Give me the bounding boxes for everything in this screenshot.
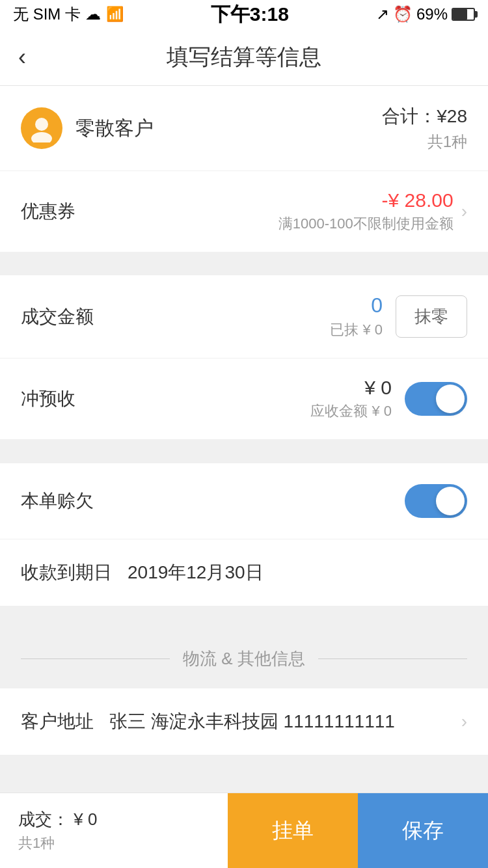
transaction-amount-value-group: 0 已抹 ¥ 0 [330,293,383,340]
credit-card: 本单赊欠 收款到期日 2019年12月30日 [0,463,488,606]
credit-toggle[interactable] [405,484,467,518]
location-icon: ↗ [376,5,389,23]
transaction-amount-row: 成交金额 0 已抹 ¥ 0 抹零 [0,275,488,359]
customer-card: 零散客户 合计：¥28 共1种 优惠券 -¥ 28.00 满1000-100不限… [0,86,488,252]
prepay-value: ¥ 0 [310,377,392,399]
content-area: 零散客户 合计：¥28 共1种 优惠券 -¥ 28.00 满1000-100不限… [0,86,488,868]
bottom-summary: 成交： ¥ 0 共1种 [0,808,228,853]
transaction-amount-right: 0 已抹 ¥ 0 抹零 [330,293,467,340]
alarm-icon: ⏰ [393,5,413,23]
transaction-amount-sub: 已抹 ¥ 0 [330,320,383,340]
save-button[interactable]: 保存 [358,793,488,869]
status-right: ↗ ⏰ 69% [376,5,475,23]
prepay-sub: 应收金额 ¥ 0 [310,401,392,421]
address-value: 张三 海淀永丰科技园 11111111111 [99,709,461,734]
bottom-bar: 成交： ¥ 0 共1种 挂单 保存 [0,793,488,868]
back-button[interactable]: ‹ [18,44,26,71]
prepay-toggle-thumb [436,385,465,413]
address-label: 客户地址 [21,709,99,734]
prepay-label: 冲预收 [21,387,75,411]
section-divider-2 [0,450,488,463]
coupon-row[interactable]: 优惠券 -¥ 28.00 满1000-100不限制使用金额 › [0,170,488,252]
customer-row: 零散客户 合计：¥28 共1种 [0,86,488,170]
transaction-card: 成交金额 0 已抹 ¥ 0 抹零 冲预收 ¥ 0 应收金额 ¥ 0 [0,275,488,440]
svg-point-1 [31,132,52,142]
logistics-header-text: 物流 & 其他信息 [183,649,305,668]
section-divider-3 [0,616,488,629]
prepay-value-group: ¥ 0 应收金额 ¥ 0 [310,377,392,421]
credit-label: 本单赊欠 [21,489,94,513]
due-date-value: 2019年12月30日 [128,560,264,585]
round-zero-button[interactable]: 抹零 [396,295,467,338]
wifi-icon: 📶 [106,6,124,23]
coupon-info: -¥ 28.00 满1000-100不限制使用金额 [278,189,454,234]
sim-label: 无 SIM 卡 ☁ [13,4,101,25]
battery-icon [452,8,475,21]
hold-order-button[interactable]: 挂单 [228,793,358,869]
page-title: 填写结算等信息 [167,42,321,72]
address-card[interactable]: 客户地址 张三 海淀永丰科技园 11111111111 › [0,688,488,755]
customer-avatar [21,107,62,149]
prepay-toggle[interactable] [405,382,467,416]
prepay-right: ¥ 0 应收金额 ¥ 0 [310,377,467,421]
customer-count: 共1种 [382,131,467,152]
credit-row: 本单赊欠 [0,463,488,539]
due-date-row: 收款到期日 2019年12月30日 [0,539,488,606]
address-row[interactable]: 客户地址 张三 海淀永丰科技园 11111111111 › [0,688,488,755]
nav-bar: ‹ 填写结算等信息 [0,29,488,86]
coupon-label: 优惠券 [21,199,75,224]
bottom-summary-count: 共1种 [18,834,210,853]
transaction-amount-label: 成交金额 [21,305,94,329]
logistics-label: 物流 & 其他信息 [170,647,318,670]
transaction-amount-value: 0 [330,293,383,318]
chevron-right-icon: › [461,201,467,222]
customer-right: 合计：¥28 共1种 [382,104,467,152]
customer-left: 零散客户 [21,107,154,149]
customer-name: 零散客户 [75,115,154,142]
battery-level: 69% [416,5,448,23]
status-time: 下午3:18 [211,1,289,28]
svg-point-0 [35,118,48,131]
section-divider-1 [0,262,488,275]
due-date-label: 收款到期日 [21,560,112,585]
credit-toggle-thumb [436,487,465,515]
status-bar: 无 SIM 卡 ☁ 📶 下午3:18 ↗ ⏰ 69% [0,0,488,29]
logistics-line-right [318,658,467,659]
coupon-desc: 满1000-100不限制使用金额 [278,214,454,234]
coupon-amount: -¥ 28.00 [278,189,454,211]
coupon-right: -¥ 28.00 满1000-100不限制使用金额 › [278,189,467,234]
address-chevron-icon: › [461,711,467,732]
customer-total: 合计：¥28 [382,104,467,129]
status-left: 无 SIM 卡 ☁ 📶 [13,4,124,25]
logistics-header: 物流 & 其他信息 [0,629,488,688]
prepay-row: 冲预收 ¥ 0 应收金额 ¥ 0 [0,359,488,440]
logistics-line-left [21,658,170,659]
bottom-summary-title: 成交： ¥ 0 [18,808,210,831]
